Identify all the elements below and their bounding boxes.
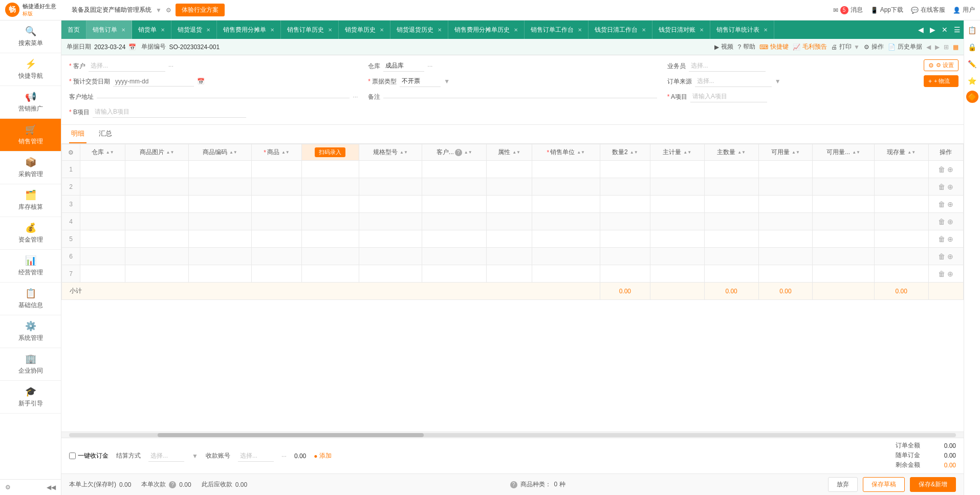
row-7-product[interactable]	[251, 265, 301, 283]
row-3-image[interactable]	[125, 196, 188, 213]
toolbar-nav-next[interactable]: ▶	[935, 44, 940, 51]
view-btn[interactable]: ▶ 视频	[714, 42, 733, 51]
one-click-checkbox[interactable]: 一键收订金	[69, 451, 108, 460]
row-6-qty2[interactable]	[600, 248, 650, 265]
collection-more[interactable]: ···	[281, 453, 287, 460]
warehouse-value[interactable]: 成品库	[383, 60, 424, 72]
tab-detail[interactable]: 明细	[69, 125, 86, 143]
row-1-customer-code[interactable]	[422, 161, 487, 178]
row-4-image[interactable]	[125, 213, 188, 230]
settlement-select[interactable]: 选择...	[148, 450, 184, 462]
row-5-image[interactable]	[125, 230, 188, 248]
sidebar-item-basic[interactable]: 📋 基础信息	[0, 283, 61, 315]
row-2-attr[interactable]	[487, 178, 532, 196]
row-5-attr[interactable]	[487, 230, 532, 248]
row-2-image[interactable]	[125, 178, 188, 196]
tab-close-return[interactable]: ✕	[206, 27, 210, 33]
customer-more[interactable]: ···	[168, 62, 173, 70]
order-source-input[interactable]: 选择...	[695, 76, 772, 87]
tab-expense-split[interactable]: 销售费用分摊单 ✕	[217, 20, 281, 39]
sort-warehouse[interactable]: ▲▼	[106, 150, 114, 155]
save-new-button[interactable]: 保存&新增	[910, 477, 956, 492]
row-1-qty2[interactable]	[600, 161, 650, 178]
row-1-unit[interactable]	[532, 161, 600, 178]
sidebar-item-guide[interactable]: ⚡ 快捷导航	[0, 53, 61, 86]
scan-button[interactable]: 扫码录入	[315, 147, 345, 157]
row-2-product[interactable]	[251, 178, 301, 196]
sort-code[interactable]: ▲▼	[229, 150, 237, 155]
tab-close-return-history[interactable]: ✕	[438, 27, 442, 33]
nav-close-all[interactable]: ✕	[939, 20, 951, 39]
online-support-btn[interactable]: 💬 在线客服	[911, 6, 945, 14]
add-logistics-button[interactable]: + + 物流	[924, 75, 959, 87]
right-icon-edit[interactable]: ✏️	[965, 57, 979, 71]
user-btn[interactable]: 👤 用户	[953, 6, 975, 14]
settlement-dropdown[interactable]: ▼	[192, 453, 198, 460]
row-7-code[interactable]	[188, 265, 251, 283]
shortcut-btn[interactable]: ⌨ 快捷键	[759, 42, 789, 51]
row-5-copy-icon[interactable]: ⊕	[947, 235, 953, 243]
sidebar-settings-icon[interactable]: ⚙	[5, 484, 11, 491]
sort-main-qty[interactable]: ▲▼	[737, 150, 746, 155]
row-1-attr[interactable]	[487, 161, 532, 178]
row-6-spec[interactable]	[359, 248, 422, 265]
row-6-warehouse[interactable]	[80, 248, 125, 265]
row-7-unit[interactable]	[532, 265, 600, 283]
row-3-customer-code[interactable]	[422, 196, 487, 213]
tab-return-history[interactable]: 销货退货历史 ✕	[390, 20, 448, 39]
solution-button[interactable]: 体验行业方案	[176, 4, 225, 16]
row-6-customer-code[interactable]	[422, 248, 487, 265]
row-2-warehouse[interactable]	[80, 178, 125, 196]
save-draft-button[interactable]: 保存草稿	[863, 477, 905, 492]
row-1-delete-icon[interactable]: 🗑	[938, 165, 945, 174]
row-7-main-qty[interactable]	[704, 265, 758, 283]
nav-next[interactable]: ▶	[927, 20, 939, 39]
row-2-qty2[interactable]	[600, 178, 650, 196]
sidebar-item-sales[interactable]: 🛒 销售管理	[0, 119, 61, 152]
tab-close-order-history[interactable]: ✕	[328, 27, 332, 33]
row-3-code[interactable]	[188, 196, 251, 213]
row-2-unit[interactable]	[532, 178, 600, 196]
delivery-calendar-icon[interactable]: 📅	[197, 78, 205, 85]
sort-main-unit[interactable]: ▲▼	[683, 150, 691, 155]
tab-invoice-history[interactable]: 销货单历史 ✕	[339, 20, 390, 39]
address-input[interactable]	[97, 96, 350, 98]
row-3-product[interactable]	[251, 196, 301, 213]
address-more[interactable]: ···	[353, 93, 358, 100]
sort-available2[interactable]: ▲▼	[852, 150, 860, 155]
sidebar-collapse-icon[interactable]: ◀◀	[47, 484, 56, 491]
warehouse-more[interactable]: ···	[427, 62, 432, 70]
row-4-customer-code[interactable]	[422, 213, 487, 230]
add-button[interactable]: ● 添加	[314, 451, 331, 460]
tab-close-invoice-history[interactable]: ✕	[380, 27, 384, 33]
tab-order-workbench[interactable]: 销售订单工作台 ✕	[525, 20, 589, 39]
row-7-image[interactable]	[125, 265, 188, 283]
row-1-spec[interactable]	[359, 161, 422, 178]
row-3-copy-icon[interactable]: ⊕	[947, 200, 953, 208]
history-btn[interactable]: 📄 历史单据	[888, 42, 922, 51]
print-btn[interactable]: 🖨 打印 ▼	[831, 42, 860, 51]
delivery-input[interactable]	[113, 77, 194, 87]
row-1-image[interactable]	[125, 161, 188, 178]
toolbar-nav-prev[interactable]: ◀	[926, 44, 931, 51]
row-4-qty2[interactable]	[600, 213, 650, 230]
tab-close-cash-reconcile[interactable]: ✕	[700, 27, 704, 33]
row-2-code[interactable]	[188, 178, 251, 196]
invoice-value[interactable]: 不开票	[400, 76, 441, 87]
sort-qty2[interactable]: ▲▼	[630, 150, 638, 155]
row-6-image[interactable]	[125, 248, 188, 265]
sort-spec[interactable]: ▲▼	[400, 150, 408, 155]
row-5-product[interactable]	[251, 230, 301, 248]
row-5-unit[interactable]	[532, 230, 600, 248]
tab-sales-order[interactable]: 销售订单 ✕	[86, 20, 132, 39]
row-5-spec[interactable]	[359, 230, 422, 248]
row-7-delete-icon[interactable]: 🗑	[938, 270, 945, 278]
toolbar-layout-icon[interactable]: ▦	[953, 44, 959, 51]
tab-close-order-workbench[interactable]: ✕	[578, 27, 582, 33]
sidebar-item-purchase[interactable]: 📦 采购管理	[0, 152, 61, 184]
row-3-delete-icon[interactable]: 🗑	[938, 200, 945, 208]
row-3-unit[interactable]	[532, 196, 600, 213]
row-6-code[interactable]	[188, 248, 251, 265]
row-3-spec[interactable]	[359, 196, 422, 213]
right-icon-list[interactable]: 📋	[965, 23, 979, 37]
